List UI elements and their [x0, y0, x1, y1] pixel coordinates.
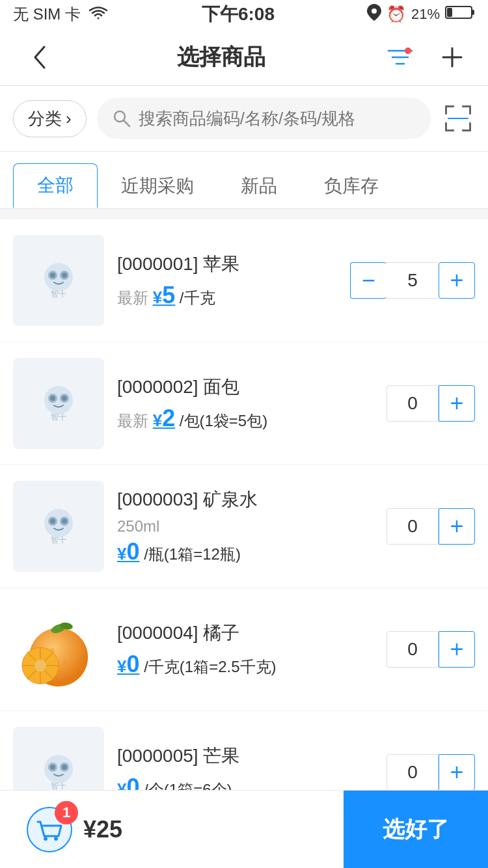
product-name-0000003: [0000003] 矿泉水 [117, 487, 373, 512]
nav-bar: 选择商品 [0, 29, 488, 86]
cart-section: 1 ¥25 [0, 806, 344, 853]
product-spec-0000003: 250ml [117, 517, 373, 536]
nav-right-buttons [384, 41, 468, 74]
category-label: 分类 [28, 107, 62, 130]
svg-rect-2 [472, 10, 474, 15]
add-button[interactable] [436, 41, 468, 74]
category-arrow: › [66, 109, 72, 129]
product-price-0000003: ¥0 /瓶(1箱=12瓶) [117, 538, 373, 565]
svg-point-54 [44, 755, 73, 783]
product-info-0000004: [0000004] 橘子 ¥0 /千克(1箱=2.5千克) [117, 621, 373, 678]
product-image-0000002: 智十 [13, 358, 104, 449]
qty-input-0000001[interactable] [386, 262, 439, 299]
qty-input-0000003[interactable] [386, 508, 439, 545]
product-info-0000002: [0000002] 面包 最新 ¥2 /包(1袋=5包) [117, 375, 373, 432]
owl-placeholder: 智十 [36, 753, 81, 792]
price-value-0000001: ¥5 [153, 288, 176, 307]
alarm-icon: ⏰ [386, 5, 406, 23]
svg-text:智十: 智十 [51, 413, 66, 422]
tab-all[interactable]: 全部 [13, 163, 98, 208]
qty-input-0000002[interactable] [386, 385, 439, 422]
orange-fruit-image [13, 604, 104, 695]
product-name-0000002: [0000002] 面包 [117, 375, 373, 400]
svg-point-57 [50, 765, 55, 770]
price-label: 最新 [117, 412, 153, 429]
status-time: 下午6:08 [202, 2, 275, 27]
svg-point-43 [63, 660, 67, 664]
wifi-icon [87, 4, 109, 25]
svg-rect-13 [445, 105, 447, 115]
product-item-0000004: [0000004] 橘子 ¥0 /千克(1箱=2.5千克) + [0, 588, 488, 711]
svg-line-11 [124, 120, 129, 126]
qty-input-0000005[interactable] [386, 754, 439, 791]
tab-new[interactable]: 新品 [217, 163, 301, 208]
search-input[interactable] [139, 109, 415, 129]
price-label: 最新 [117, 289, 153, 306]
qty-control-0000002: + [386, 385, 475, 422]
qty-minus-0000001[interactable]: − [350, 262, 386, 299]
svg-text:智十: 智十 [51, 290, 66, 299]
product-price-0000004: ¥0 /千克(1箱=2.5千克) [117, 651, 373, 678]
svg-point-7 [405, 47, 411, 54]
filter-button[interactable] [384, 41, 416, 74]
tab-negative-stock[interactable]: 负库存 [301, 163, 402, 208]
status-bar: 无 SIM 卡 下午6:08 ⏰ 21% [0, 0, 488, 29]
price-value-0000004: ¥0 [117, 657, 140, 676]
back-button[interactable] [20, 38, 59, 77]
product-price-0000002: 最新 ¥2 /包(1袋=5包) [117, 405, 373, 432]
scan-button[interactable] [441, 102, 475, 135]
scan-icon [442, 103, 474, 134]
battery-text: 21% [411, 6, 440, 23]
tab-recent-purchase[interactable]: 近期采购 [98, 163, 217, 208]
product-name-0000005: [0000005] 芒果 [117, 744, 373, 768]
cart-total: ¥25 [83, 816, 122, 843]
cart-badge: 1 [55, 801, 78, 824]
svg-rect-17 [445, 122, 447, 131]
search-bar: 分类 › [0, 86, 488, 152]
qty-plus-0000002[interactable]: + [439, 385, 475, 422]
svg-text:智十: 智十 [51, 781, 66, 791]
svg-point-25 [62, 273, 67, 278]
product-name-0000001: [0000001] 苹果 [117, 252, 337, 277]
product-item-0000001: 智十 [0000001] 苹果 最新 ¥5 /千克 − + [0, 219, 488, 342]
price-unit-0000002: /包(1袋=5包) [180, 412, 267, 429]
qty-plus-0000001[interactable]: + [439, 262, 475, 299]
svg-point-27 [44, 386, 73, 414]
svg-text:智十: 智十 [51, 536, 66, 545]
svg-point-68 [54, 837, 58, 841]
status-right: ⏰ 21% [367, 4, 475, 25]
section-divider [0, 209, 488, 219]
bottom-bar: 1 ¥25 选好了 [0, 790, 488, 868]
battery-icon [445, 5, 475, 24]
price-value-0000002: ¥2 [153, 411, 176, 430]
page-title: 选择商品 [177, 42, 265, 72]
product-name-0000004: [0000004] 橘子 [117, 621, 373, 645]
category-button[interactable]: 分类 › [13, 100, 87, 137]
filter-tabs: 全部 近期采购 新品 负库存 [0, 152, 488, 209]
price-unit-0000003: /瓶(1箱=12瓶) [144, 545, 241, 563]
svg-rect-20 [448, 118, 468, 119]
qty-control-0000004: + [386, 631, 475, 668]
search-icon [113, 109, 131, 128]
product-info-0000001: [0000001] 苹果 最新 ¥5 /千克 [117, 252, 337, 309]
price-value-0000003: ¥0 [117, 544, 140, 563]
svg-point-21 [44, 263, 73, 292]
qty-plus-0000004[interactable]: + [439, 631, 475, 668]
qty-plus-0000003[interactable]: + [439, 508, 475, 545]
status-left: 无 SIM 卡 [13, 4, 109, 25]
confirm-button[interactable]: 选好了 [344, 791, 488, 869]
svg-point-24 [50, 273, 55, 278]
qty-input-0000004[interactable] [386, 631, 439, 668]
product-image-0000003: 智十 [13, 481, 104, 572]
qty-control-0000003: + [386, 508, 475, 545]
svg-point-67 [44, 837, 47, 841]
svg-point-36 [50, 519, 55, 524]
cart-icon-wrap[interactable]: 1 [26, 806, 73, 853]
qty-control-0000001: − + [350, 262, 475, 299]
svg-point-37 [62, 519, 67, 524]
product-price-0000001: 最新 ¥5 /千克 [117, 282, 337, 309]
qty-control-0000005: + [386, 754, 475, 791]
product-list: 智十 [0000001] 苹果 最新 ¥5 /千克 − + [0, 219, 488, 868]
svg-point-58 [62, 765, 67, 770]
qty-plus-0000005[interactable]: + [439, 754, 475, 791]
